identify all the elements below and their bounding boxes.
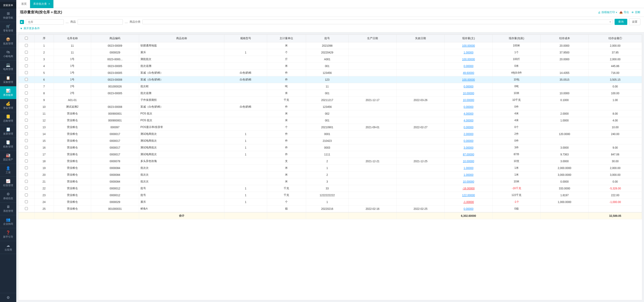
row-select-checkbox[interactable]: [25, 166, 28, 169]
sidebar-item-cloud[interactable]: ☁ 云应用: [0, 241, 16, 254]
expand-conditions-btn[interactable]: ▼ 展开更多条件: [20, 27, 640, 30]
search-button[interactable]: 查询: [614, 19, 627, 25]
row-qty-main[interactable]: 100.00000: [444, 42, 492, 49]
row-select-checkbox[interactable]: [25, 153, 28, 156]
sidebar-item-invoice[interactable]: 🧾 发票管理: [0, 125, 16, 138]
row-checkbox[interactable]: [18, 165, 34, 172]
row-checkbox[interactable]: [18, 70, 34, 76]
row-select-checkbox[interactable]: [25, 207, 28, 210]
row-qty-main[interactable]: 122.00000: [444, 192, 492, 199]
row-select-checkbox[interactable]: [25, 92, 28, 94]
row-qty-main[interactable]: 10.00000: [444, 178, 492, 185]
sidebar-item-sys[interactable]: 🖥 系统管理: [0, 203, 16, 215]
row-checkbox[interactable]: [18, 76, 34, 83]
row-select-checkbox[interactable]: [25, 78, 28, 81]
sidebar-item-retail[interactable]: 🛒 零售管理: [0, 22, 16, 35]
row-qty-main[interactable]: 0.00000: [444, 83, 492, 90]
row-checkbox[interactable]: [18, 110, 34, 117]
sidebar-item-finance[interactable]: 💰 资金管理: [0, 99, 16, 112]
row-select-checkbox[interactable]: [25, 139, 28, 142]
row-select-checkbox[interactable]: [25, 44, 28, 47]
row-qty-main[interactable]: 4.00000: [444, 110, 492, 117]
row-select-checkbox[interactable]: [25, 85, 28, 88]
row-qty-main[interactable]: 0.00000: [444, 63, 492, 70]
row-checkbox[interactable]: [18, 144, 34, 151]
sidebar-item-general[interactable]: 📒 总账管理: [0, 112, 16, 125]
row-checkbox[interactable]: [18, 63, 34, 70]
row-qty-main[interactable]: 100.00000: [444, 56, 492, 63]
row-qty-main[interactable]: 3.00000: [444, 144, 492, 151]
row-qty-main[interactable]: 87.00000: [444, 151, 492, 158]
sidebar-item-ecom[interactable]: 💻 电商管理: [0, 61, 16, 73]
row-checkbox[interactable]: [18, 97, 34, 103]
row-checkbox[interactable]: [18, 178, 34, 185]
row-qty-main[interactable]: -16.00000: [444, 185, 492, 192]
sidebar-item-tax[interactable]: 📑 税务管理: [0, 138, 16, 151]
row-select-checkbox[interactable]: [25, 125, 28, 128]
row-qty-main[interactable]: 10.00000: [444, 90, 492, 97]
row-checkbox[interactable]: [18, 90, 34, 97]
sidebar-item-base[interactable]: ⚙ 基础信息: [0, 190, 16, 203]
row-checkbox[interactable]: [18, 42, 34, 49]
row-select-checkbox[interactable]: [25, 119, 28, 122]
row-checkbox[interactable]: [18, 199, 34, 206]
row-qty-main[interactable]: 4.00000: [444, 117, 492, 124]
row-checkbox[interactable]: [18, 185, 34, 192]
row-checkbox[interactable]: [18, 192, 34, 199]
row-qty-main[interactable]: 0.00000: [444, 124, 492, 131]
row-checkbox[interactable]: [18, 56, 34, 63]
sidebar-item-mini-ecom[interactable]: 🛍 小账电商: [0, 48, 16, 61]
goods-input[interactable]: [78, 19, 123, 25]
sidebar-item-guide[interactable]: ❓ 新手引导: [0, 228, 16, 241]
sidebar-item-hr[interactable]: 👤 工资: [0, 164, 16, 177]
tab-close-icon[interactable]: ✕: [48, 3, 50, 6]
row-qty-main[interactable]: -1.00000: [444, 199, 492, 206]
expand-arrow-btn[interactable]: ▶: [20, 20, 24, 24]
sidebar-item-purchase[interactable]: 📋 采购管理: [0, 73, 16, 86]
sidebar-item-collab[interactable]: 👥 企业协同: [0, 215, 16, 228]
row-checkbox[interactable]: [18, 206, 34, 213]
select-all-checkbox[interactable]: [25, 37, 28, 40]
sidebar-logo[interactable]: 搜索菜单: [0, 2, 16, 9]
row-qty-main[interactable]: 1.00000: [444, 172, 492, 178]
sidebar-item-quick-nav[interactable]: ⊞ 快捷导航: [0, 9, 16, 22]
row-select-checkbox[interactable]: [25, 146, 28, 149]
row-qty-main[interactable]: 1.00000: [444, 165, 492, 172]
row-qty-main[interactable]: 2.00000: [444, 131, 492, 137]
row-select-checkbox[interactable]: [25, 51, 28, 54]
row-checkbox[interactable]: [18, 117, 34, 124]
category-select[interactable]: ▾: [142, 20, 613, 24]
row-select-checkbox[interactable]: [25, 105, 28, 108]
row-checkbox[interactable]: [18, 83, 34, 90]
row-qty-main[interactable]: 0.00000: [444, 103, 492, 110]
sidebar-item-ops[interactable]: 📈 经营管理: [0, 177, 16, 190]
set-button[interactable]: 设置: [629, 19, 640, 25]
hide-button[interactable]: 👁 层断: [631, 11, 640, 14]
row-select-checkbox[interactable]: [25, 160, 28, 163]
sidebar-item-inventory[interactable]: 📊 库存核算: [0, 86, 16, 99]
row-select-checkbox[interactable]: [25, 58, 28, 61]
row-select-checkbox[interactable]: [25, 200, 28, 203]
row-qty-main[interactable]: 100.00000: [444, 76, 492, 83]
tab-home[interactable]: 首页: [18, 0, 30, 8]
row-qty-main[interactable]: 1.00000: [444, 49, 492, 56]
row-checkbox[interactable]: [18, 151, 34, 158]
row-qty-main[interactable]: 0.00000: [444, 137, 492, 144]
warehouse-input[interactable]: [26, 19, 64, 25]
row-select-checkbox[interactable]: [25, 112, 28, 115]
goods-dots[interactable]: ...: [125, 20, 128, 24]
row-checkbox[interactable]: [18, 49, 34, 56]
row-select-checkbox[interactable]: [25, 132, 28, 135]
sidebar-item-wholesale[interactable]: 📦 批发管理: [0, 35, 16, 48]
sidebar-settings[interactable]: ⚙: [0, 293, 16, 302]
row-select-checkbox[interactable]: [25, 98, 28, 101]
export-button[interactable]: 📤 导出: [619, 11, 629, 14]
row-checkbox[interactable]: [18, 172, 34, 178]
header-checkbox[interactable]: [18, 35, 34, 42]
row-qty-main[interactable]: 10.00000: [444, 158, 492, 165]
row-checkbox[interactable]: [18, 137, 34, 144]
row-checkbox[interactable]: [18, 158, 34, 165]
row-select-checkbox[interactable]: [25, 71, 28, 74]
row-select-checkbox[interactable]: [25, 194, 28, 196]
warehouse-dots[interactable]: ...: [66, 20, 68, 24]
